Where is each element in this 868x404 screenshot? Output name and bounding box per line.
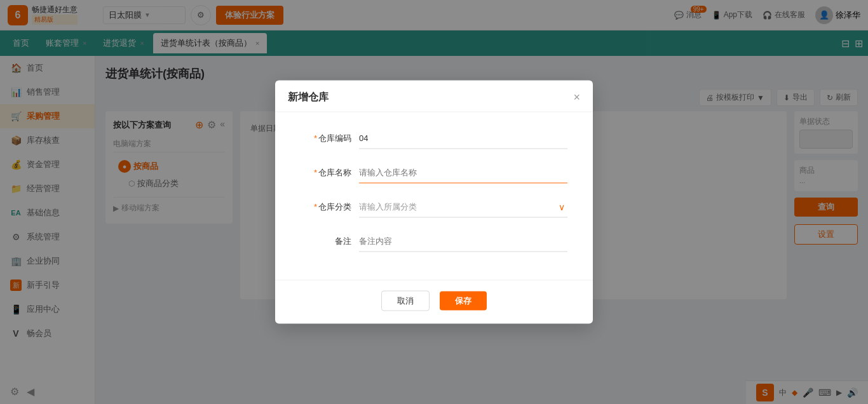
warehouse-category-row: 仓库分类 请输入所属分类 ∨ [301, 196, 567, 218]
modal-body: 仓库编码 仓库名称 仓库分类 请输入所属分类 ∨ 备注 [275, 112, 593, 280]
warehouse-code-input[interactable] [359, 128, 567, 149]
warehouse-name-row: 仓库名称 [301, 162, 567, 184]
warehouse-name-input[interactable] [359, 162, 567, 184]
modal-header: 新增仓库 × [275, 81, 593, 112]
warehouse-name-label: 仓库名称 [301, 167, 351, 178]
remark-input[interactable] [359, 231, 567, 252]
save-button[interactable]: 保存 [440, 292, 487, 311]
remark-label: 备注 [301, 236, 351, 247]
cancel-button[interactable]: 取消 [381, 291, 430, 311]
warehouse-category-select-wrap: 请输入所属分类 ∨ [359, 196, 567, 218]
warehouse-code-label: 仓库编码 [301, 133, 351, 144]
warehouse-category-label: 仓库分类 [301, 201, 351, 213]
modal-footer: 取消 保存 [275, 280, 593, 324]
remark-row: 备注 [301, 231, 567, 252]
modal-title: 新增仓库 [288, 91, 329, 104]
warehouse-code-row: 仓库编码 [301, 128, 567, 149]
new-warehouse-modal: 新增仓库 × 仓库编码 仓库名称 仓库分类 请输入所属分类 ∨ 备注 [275, 81, 593, 324]
modal-close-btn[interactable]: × [573, 91, 580, 104]
warehouse-category-select[interactable]: 请输入所属分类 [359, 196, 567, 218]
